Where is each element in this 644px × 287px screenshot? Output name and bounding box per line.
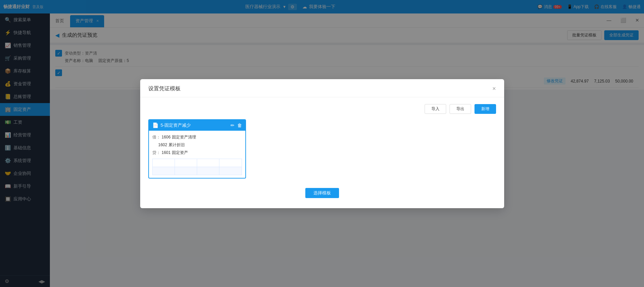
modal-body: 导入 导出 新增 📄 5-固定资产减少 ✏ 🗑	[140, 97, 504, 208]
template-delete-icon[interactable]: 🗑	[237, 123, 242, 128]
template-grid	[152, 159, 242, 175]
entry-name-2: 累计折旧	[168, 142, 185, 148]
entry-name-1: 固定资产清理	[172, 134, 196, 140]
entry-code-1: 1606	[162, 135, 171, 139]
template-card-header: 📄 5-固定资产减少 ✏ 🗑	[149, 120, 245, 131]
modal-header: 设置凭证模板 ×	[140, 79, 504, 97]
modal-dialog: 设置凭证模板 × 导入 导出 新增 📄 5-固定资产减少 ✏ 🗑	[140, 79, 504, 208]
template-doc-icon: 📄	[152, 122, 159, 128]
grid-cell	[197, 167, 219, 175]
template-card-actions: ✏ 🗑	[231, 123, 242, 128]
modal-close-btn[interactable]: ×	[492, 85, 496, 92]
new-btn[interactable]: 新增	[474, 104, 496, 114]
entry-code-3: 1601	[162, 150, 171, 155]
modal-title: 设置凭证模板	[148, 85, 181, 92]
template-edit-icon[interactable]: ✏	[231, 123, 235, 128]
entry-row-3: 贷： 1601 固定资产	[152, 149, 242, 157]
entry-code-2: 1602	[158, 142, 167, 147]
modal-overlay: 设置凭证模板 × 导入 导出 新增 📄 5-固定资产减少 ✏ 🗑	[0, 0, 644, 287]
grid-cell	[175, 167, 197, 175]
grid-cell	[197, 159, 219, 167]
template-entries: 借： 1606 固定资产清理 1602 累计折旧 贷： 1601 固定资产	[152, 133, 242, 157]
entry-name-3: 固定资产	[172, 150, 188, 156]
entry-type-1: 借：	[152, 134, 160, 140]
export-btn[interactable]: 导出	[450, 104, 471, 114]
template-card-body: 借： 1606 固定资产清理 1602 累计折旧 贷： 1601 固定资产	[149, 131, 245, 178]
template-full-title: 5-固定资产减少	[161, 122, 191, 128]
grid-cell	[152, 167, 175, 175]
entry-row-2: 1602 累计折旧	[152, 141, 242, 149]
template-card-title: 📄 5-固定资产减少	[152, 122, 191, 128]
grid-cell	[219, 167, 242, 175]
template-card: 📄 5-固定资产减少 ✏ 🗑 借： 1606 固定资产清理	[148, 119, 246, 179]
select-template-area: 选择模板	[148, 183, 496, 198]
select-template-btn[interactable]: 选择模板	[305, 188, 339, 198]
grid-cell	[175, 159, 197, 167]
grid-cell	[219, 159, 242, 167]
modal-toolbar: 导入 导出 新增	[148, 104, 496, 114]
entry-row-1: 借： 1606 固定资产清理	[152, 133, 242, 141]
import-btn[interactable]: 导入	[425, 104, 446, 114]
grid-cell	[152, 159, 175, 167]
entry-type-3: 贷：	[152, 150, 160, 156]
